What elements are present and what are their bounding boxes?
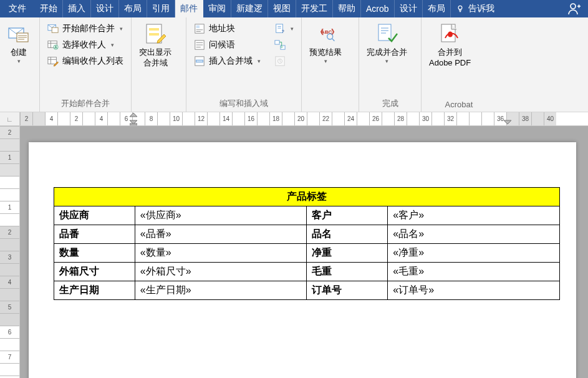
insert-merge-field-button[interactable]: 插入合并域 ▾ bbox=[191, 54, 263, 69]
match-fields-button[interactable] bbox=[272, 37, 296, 52]
right-indent-marker-icon[interactable] bbox=[504, 119, 511, 125]
pdf-icon bbox=[439, 22, 461, 45]
ruler-tick: 30 bbox=[419, 112, 431, 125]
address-block-icon bbox=[194, 23, 205, 34]
tab-design[interactable]: 设计 bbox=[91, 0, 119, 17]
ribbon: 创建 ▾ 开始邮件合并 ▾ 选择收件人 ▾ 编辑收 bbox=[0, 17, 588, 112]
ruler-tick: 26 bbox=[369, 112, 382, 125]
bulb-icon bbox=[456, 4, 465, 13]
group-start-label: 开始邮件合并 bbox=[44, 96, 127, 112]
ruler-tick: 1 bbox=[0, 151, 19, 163]
ruler-tick bbox=[82, 112, 95, 125]
merge-to-pdf-button[interactable]: 合并到 Adobe PDF bbox=[425, 20, 475, 71]
ruler-tick bbox=[357, 112, 369, 125]
vertical-ruler[interactable]: 21123456789 bbox=[0, 126, 20, 378]
ruler-tick bbox=[407, 112, 419, 125]
ruler-tick: 2 bbox=[70, 112, 82, 125]
select-recipients-button[interactable]: 选择收件人 ▾ bbox=[45, 37, 126, 52]
ruler-tick bbox=[107, 112, 120, 125]
finish-icon bbox=[376, 22, 398, 45]
ruler-tick bbox=[307, 112, 319, 125]
update-labels-button[interactable] bbox=[272, 54, 296, 69]
ruler-tick bbox=[0, 238, 19, 251]
row-merge-field-left[interactable]: «品番» bbox=[135, 225, 307, 244]
create-button[interactable]: 创建 ▾ bbox=[4, 20, 34, 68]
row-merge-field-left[interactable]: «数量» bbox=[135, 244, 307, 263]
greeting-label: 问候语 bbox=[209, 39, 235, 51]
preview-results-button[interactable]: 《ABC》 预览结果 ▾ bbox=[306, 20, 345, 68]
insert-field-icon bbox=[194, 56, 205, 67]
row-merge-field-left[interactable]: «供应商» bbox=[135, 206, 307, 225]
ruler-tick bbox=[456, 112, 469, 125]
tab-mailings[interactable]: 邮件 bbox=[175, 0, 203, 17]
svg-text:?: ? bbox=[282, 29, 284, 34]
row-merge-field-right[interactable]: «订单号» bbox=[388, 281, 560, 300]
row-merge-field-right[interactable]: «客户» bbox=[388, 206, 560, 225]
page[interactable]: 产品标签 供应商«供应商»客户«客户»品番«品番»品名«品名»数量«数量»净重«… bbox=[29, 142, 576, 378]
preview-label: 预览结果 bbox=[309, 47, 342, 58]
rules-button[interactable]: ? ▾ bbox=[272, 21, 296, 36]
caret-icon: ▾ bbox=[324, 58, 327, 65]
row-merge-field-left[interactable]: «生产日期» bbox=[135, 281, 307, 300]
tab-developer[interactable]: 开发工 bbox=[296, 0, 333, 17]
start-mail-merge-button[interactable]: 开始邮件合并 ▾ bbox=[45, 21, 126, 36]
tab-table-design[interactable]: 设计 bbox=[395, 0, 423, 17]
svg-point-8 bbox=[55, 46, 56, 47]
row-label-right: 净重 bbox=[307, 244, 388, 263]
tab-acrobat[interactable]: Acrob bbox=[361, 0, 395, 17]
horizontal-ruler[interactable]: 242468101214161820222426283032363840 bbox=[20, 112, 588, 126]
tab-strip: 文件 开始 插入 设计 布局 引用 邮件 审阅 新建逻 视图 开发工 帮助 Ac… bbox=[0, 0, 588, 17]
tab-newbuild[interactable]: 新建逻 bbox=[231, 0, 268, 17]
row-merge-field-left[interactable]: «外箱尺寸» bbox=[135, 263, 307, 281]
ruler-tick bbox=[382, 112, 394, 125]
ruler-tick bbox=[0, 363, 19, 376]
svg-rect-9 bbox=[48, 57, 57, 64]
tell-me-label: 告诉我 bbox=[468, 3, 494, 14]
ruler-tick bbox=[0, 163, 19, 176]
product-label-table[interactable]: 产品标签 供应商«供应商»客户«客户»品番«品番»品名«品名»数量«数量»净重«… bbox=[54, 187, 560, 300]
ruler-tick bbox=[469, 112, 481, 125]
tab-references[interactable]: 引用 bbox=[147, 0, 175, 17]
greeting-line-button[interactable]: 问候语 bbox=[191, 37, 263, 52]
tab-view[interactable]: 视图 bbox=[268, 0, 296, 17]
table-row: 生产日期«生产日期»订单号«订单号» bbox=[54, 281, 560, 300]
address-block-button[interactable]: 地址块 bbox=[191, 21, 263, 36]
edit-recipients-button[interactable]: 编辑收件人列表 bbox=[45, 54, 126, 69]
tab-layout[interactable]: 布局 bbox=[119, 0, 147, 17]
tab-insert[interactable]: 插入 bbox=[63, 0, 91, 17]
highlight-merge-fields-button[interactable]: 突出显示 合并域 bbox=[135, 20, 175, 71]
ruler-tick bbox=[207, 112, 219, 125]
ruler-tick: 8 bbox=[145, 112, 157, 125]
tab-home[interactable]: 开始 bbox=[35, 0, 63, 17]
ruler-tick bbox=[0, 176, 19, 188]
indent-marker-icon[interactable] bbox=[130, 113, 137, 125]
tell-me-search[interactable]: 告诉我 bbox=[451, 0, 499, 17]
ruler-tick bbox=[32, 112, 45, 125]
select-recipients-label: 选择收件人 bbox=[62, 39, 106, 51]
row-merge-field-right[interactable]: «毛重» bbox=[388, 263, 560, 281]
ruler-tick: 28 bbox=[394, 112, 407, 125]
tab-review[interactable]: 审阅 bbox=[203, 0, 231, 17]
ruler-tick: 3 bbox=[0, 251, 19, 263]
row-label-right: 客户 bbox=[307, 206, 388, 225]
svg-rect-5 bbox=[52, 27, 58, 32]
group-start-merge: 开始邮件合并 ▾ 选择收件人 ▾ 编辑收件人列表 开始邮件合并 bbox=[40, 17, 132, 112]
row-merge-field-right[interactable]: «品名» bbox=[388, 225, 560, 244]
ruler-tick: 12 bbox=[195, 112, 207, 125]
group-preview-label bbox=[306, 107, 355, 112]
group-highlight: 突出显示 合并域 bbox=[132, 17, 186, 112]
row-merge-field-right[interactable]: «净重» bbox=[388, 244, 560, 263]
group-create: 创建 ▾ bbox=[0, 17, 40, 112]
group-acrobat: 合并到 Adobe PDF Acrobat bbox=[422, 17, 496, 112]
finish-merge-button[interactable]: 完成并合并 ▾ bbox=[363, 20, 411, 68]
row-label-left: 品番 bbox=[54, 225, 135, 244]
tab-help[interactable]: 帮助 bbox=[333, 0, 361, 17]
table-title: 产品标签 bbox=[54, 188, 560, 206]
tab-file[interactable]: 文件 bbox=[0, 0, 35, 17]
create-label: 创建 bbox=[11, 47, 27, 58]
ruler-tick: 18 bbox=[269, 112, 282, 125]
greeting-icon bbox=[194, 39, 205, 51]
tab-table-layout[interactable]: 布局 bbox=[423, 0, 451, 17]
user-icon[interactable] bbox=[567, 1, 582, 16]
svg-rect-31 bbox=[130, 124, 137, 125]
